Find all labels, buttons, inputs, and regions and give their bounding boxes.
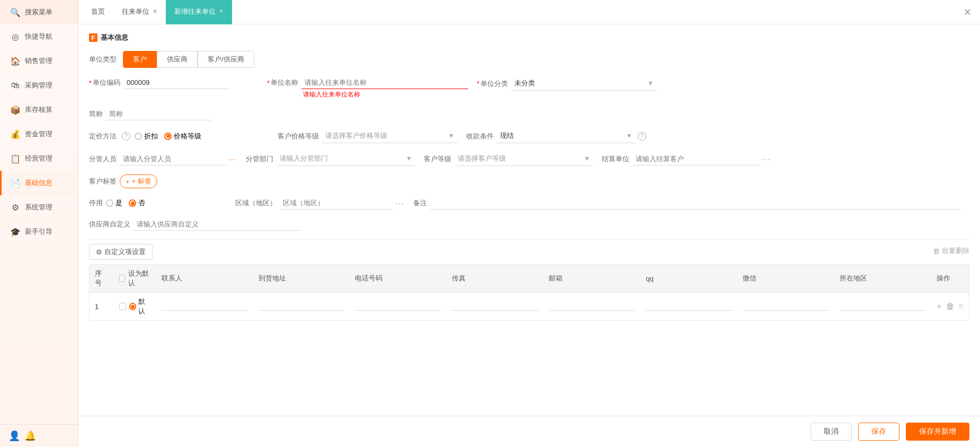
customer-price-level-field: 客户价格等级 请选择客户价格等级 ▼ bbox=[278, 129, 458, 143]
select-all-checkbox[interactable] bbox=[119, 275, 126, 282]
supplier-custom-input[interactable] bbox=[133, 218, 301, 231]
disable-yes-radio[interactable]: 是 bbox=[106, 198, 122, 208]
section-title-text: 基本信息 bbox=[101, 33, 128, 42]
disable-yes-outer bbox=[106, 199, 113, 207]
customer-price-level-select[interactable]: 请选择客户价格等级 ▼ bbox=[322, 129, 458, 143]
tab-partners[interactable]: 往来单位 ✕ bbox=[113, 0, 166, 24]
unit-name-error: 请输入往来单位名称 bbox=[303, 90, 360, 99]
sidebar-item-quick-nav[interactable]: ◎ 快捷导航 bbox=[0, 24, 78, 49]
delete-row-button[interactable]: 🗑 bbox=[946, 302, 955, 311]
manager-more-btn[interactable]: ··· bbox=[228, 155, 237, 163]
sidebar-item-inventory[interactable]: 📦 库存核算 bbox=[0, 98, 78, 122]
wechat-input[interactable] bbox=[743, 302, 829, 311]
unit-category-select[interactable]: 未分类 ▼ bbox=[511, 76, 657, 91]
cell-phone[interactable] bbox=[350, 293, 447, 321]
sidebar-label-inventory: 库存核算 bbox=[25, 105, 52, 115]
unit-code-label: 单位编码 bbox=[93, 78, 120, 87]
tab-partners-close[interactable]: ✕ bbox=[153, 8, 157, 15]
short-name-input[interactable] bbox=[106, 108, 212, 120]
sidebar-item-guide[interactable]: 🎓 新手引导 bbox=[0, 220, 78, 244]
window-close-button[interactable]: ✕ bbox=[959, 6, 976, 18]
operations-icon: 📋 bbox=[10, 153, 21, 164]
add-tag-button[interactable]: + + 标签 bbox=[120, 174, 157, 188]
tab-home-label: 首页 bbox=[91, 7, 105, 16]
area-input[interactable] bbox=[280, 197, 393, 209]
sidebar-item-sales[interactable]: 🏠 销售管理 bbox=[0, 49, 78, 73]
tab-home[interactable]: 首页 bbox=[83, 0, 113, 24]
pricing-level-radio[interactable]: 价格等级 bbox=[164, 132, 201, 141]
form-row-3: 定价方法 ? 折扣 价格等级 客户价格等级 bbox=[89, 129, 969, 143]
settlement-unit-input[interactable] bbox=[632, 153, 760, 165]
unit-code-required: * bbox=[89, 79, 92, 87]
quicknav-icon: ◎ bbox=[10, 31, 21, 42]
custom-settings-button[interactable]: ⚙ 自定义项设置 bbox=[89, 244, 153, 260]
area-more-btn[interactable]: ··· bbox=[395, 199, 405, 207]
sidebar-item-operations[interactable]: 📋 经营管理 bbox=[0, 146, 78, 171]
department-label: 分管部门 bbox=[246, 154, 273, 164]
payment-terms-arrow: ▼ bbox=[626, 132, 632, 139]
sidebar-item-search[interactable]: 🔍 搜索菜单 bbox=[0, 0, 78, 24]
type-btn-supplier[interactable]: 供应商 bbox=[157, 51, 198, 68]
type-btn-customer[interactable]: 客户 bbox=[123, 51, 157, 68]
area-table-input[interactable] bbox=[840, 302, 926, 311]
sidebar-item-base[interactable]: 📄 基础信息 bbox=[0, 171, 78, 195]
pricing-method-info-icon[interactable]: ? bbox=[122, 132, 130, 141]
cell-email[interactable] bbox=[544, 293, 640, 321]
pricing-discount-radio[interactable]: 折扣 bbox=[135, 132, 158, 141]
cancel-button[interactable]: 取消 bbox=[810, 423, 852, 441]
customer-price-level-label: 客户价格等级 bbox=[278, 132, 319, 141]
fax-input[interactable] bbox=[452, 302, 538, 311]
manager-input[interactable] bbox=[120, 153, 226, 165]
cell-actions: + 🗑 ≡ bbox=[931, 293, 969, 321]
add-tag-icon: + bbox=[126, 178, 130, 186]
remark-input[interactable] bbox=[430, 197, 961, 209]
row-action-group: + 🗑 ≡ bbox=[937, 302, 964, 311]
scroll-handle[interactable]: ≡ bbox=[959, 302, 964, 311]
sidebar-label-guide: 新手引导 bbox=[25, 227, 52, 236]
row-default-radio[interactable]: 默认 bbox=[129, 297, 151, 316]
row-checkbox[interactable] bbox=[119, 303, 126, 310]
disable-no-radio[interactable]: 否 bbox=[129, 198, 145, 208]
cell-wechat[interactable] bbox=[737, 293, 834, 321]
contact-input[interactable] bbox=[162, 302, 248, 311]
sidebar-item-purchase[interactable]: 🛍 采购管理 bbox=[0, 73, 78, 98]
area-field: 区域（地区） ··· bbox=[235, 197, 405, 209]
add-row-button[interactable]: + bbox=[937, 302, 941, 311]
cell-address[interactable] bbox=[253, 293, 350, 321]
address-input[interactable] bbox=[259, 302, 345, 311]
tab-new-partner-close[interactable]: ✕ bbox=[219, 8, 224, 15]
cell-contact[interactable] bbox=[156, 293, 253, 321]
phone-input[interactable] bbox=[355, 302, 441, 311]
sidebar-item-system[interactable]: ⚙ 系统管理 bbox=[0, 195, 78, 220]
unit-code-input[interactable] bbox=[123, 76, 229, 89]
unit-category-arrow: ▼ bbox=[647, 80, 654, 87]
qq-input[interactable] bbox=[646, 302, 732, 311]
payment-terms-select[interactable]: 现结 ▼ bbox=[497, 129, 636, 143]
unit-category-field: * 单位分类 未分类 ▼ bbox=[477, 76, 657, 91]
supplier-custom-field: 供应商自定义 bbox=[89, 218, 301, 231]
save-button[interactable]: 保存 bbox=[858, 423, 899, 441]
department-select[interactable]: 请输入分管部门 ▼ bbox=[277, 152, 415, 166]
col-header-default: 设为默认 bbox=[114, 265, 156, 293]
cell-area[interactable] bbox=[834, 293, 931, 321]
tab-new-partner[interactable]: 新增往来单位 ✕ bbox=[166, 0, 232, 24]
pricing-level-outer bbox=[164, 133, 172, 140]
finance-icon: 💰 bbox=[10, 129, 21, 139]
cell-qq[interactable] bbox=[640, 293, 737, 321]
batch-delete-label: 批量删除 bbox=[942, 246, 969, 256]
settlement-unit-more-btn[interactable]: ··· bbox=[762, 155, 771, 163]
unit-name-input[interactable] bbox=[301, 76, 468, 89]
base-icon: 📄 bbox=[10, 178, 21, 188]
customer-level-select[interactable]: 请选择客户等级 ▼ bbox=[455, 152, 593, 166]
payment-terms-info-icon[interactable]: ? bbox=[638, 132, 646, 141]
sidebar-item-finance[interactable]: 💰 资金管理 bbox=[0, 122, 78, 146]
email-input[interactable] bbox=[549, 302, 635, 311]
batch-delete-icon: 🗑 bbox=[933, 247, 940, 255]
disable-no-inner bbox=[131, 201, 135, 205]
type-btn-both[interactable]: 客户/供应商 bbox=[198, 51, 254, 68]
batch-delete-button[interactable]: 🗑 批量删除 bbox=[933, 246, 969, 256]
save-add-button[interactable]: 保存并新增 bbox=[906, 423, 969, 441]
sidebar-label-operations: 经营管理 bbox=[25, 154, 52, 163]
cell-fax[interactable] bbox=[447, 293, 544, 321]
unit-category-label: 单位分类 bbox=[480, 79, 508, 89]
